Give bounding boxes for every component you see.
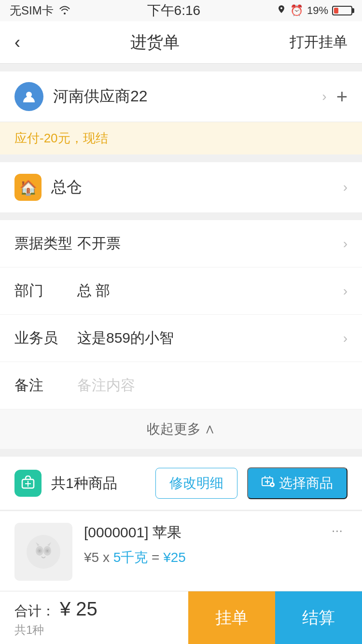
equals: =	[152, 550, 163, 565]
back-button[interactable]: ‹	[14, 32, 20, 53]
divider-2	[0, 154, 362, 162]
open-pending-button[interactable]: 打开挂单	[290, 32, 348, 52]
product-thumbnail	[14, 523, 72, 581]
warehouse-arrow-icon: ›	[343, 180, 348, 195]
salesperson-value: 这是859的小智	[77, 328, 343, 348]
product-count-icon	[14, 470, 42, 497]
unit-price: ¥5 x	[84, 550, 113, 565]
total-section: 合计： ¥ 25 共1种	[0, 598, 188, 638]
warehouse-section[interactable]: 🏠 总仓 ›	[0, 162, 362, 212]
product-count-summary: 共1种	[14, 622, 174, 638]
select-product-button[interactable]: 选择商品	[247, 467, 348, 499]
edit-detail-button[interactable]: 修改明细	[155, 468, 237, 499]
collapse-row[interactable]: 收起更多 ∧	[0, 409, 362, 449]
battery-percent: 19%	[307, 4, 328, 17]
warehouse-icon: 🏠	[14, 174, 42, 201]
department-label: 部门	[14, 281, 72, 301]
supplier-avatar	[14, 82, 43, 111]
divider-4	[0, 449, 362, 457]
department-value: 总 部	[77, 281, 343, 301]
form-section: 票据类型 不开票 › 部门 总 部 › 业务员 这是859的小智 › 备注 备注…	[0, 220, 362, 409]
bottom-bar: 合计： ¥ 25 共1种 挂单 结算	[0, 591, 362, 644]
svg-point-0	[280, 7, 282, 9]
notice-bar: 应付-20元，现结	[0, 122, 362, 154]
product-header: 共1种商品 修改明细 选择商品	[0, 457, 362, 510]
hang-order-button[interactable]: 挂单	[188, 591, 275, 644]
svg-point-11	[27, 535, 60, 569]
select-product-label: 选择商品	[279, 474, 333, 492]
department-arrow: ›	[343, 283, 348, 299]
product-code: [0000001]	[84, 524, 153, 540]
battery-icon	[332, 6, 352, 15]
status-indicators: ⏰ 19%	[277, 4, 352, 17]
remark-label: 备注	[14, 376, 72, 395]
select-product-icon	[262, 476, 275, 491]
invoice-type-value: 不开票	[77, 234, 343, 253]
product-info: [0000001] 苹果 ¥5 x 5千克 = ¥25	[84, 523, 327, 567]
invoice-type-row[interactable]: 票据类型 不开票 ›	[0, 220, 362, 267]
nav-bar: ‹ 进货单 打开挂单	[0, 21, 362, 64]
total-amount: ¥ 25	[60, 598, 97, 620]
checkout-button[interactable]: 结算	[275, 591, 362, 644]
remark-placeholder: 备注内容	[77, 376, 348, 395]
product-price: ¥5 x 5千克 = ¥25	[84, 548, 327, 567]
salesperson-arrow: ›	[343, 331, 348, 346]
total-price: ¥25	[163, 550, 186, 565]
divider-1	[0, 64, 362, 71]
product-name: [0000001] 苹果	[84, 523, 327, 543]
warehouse-name: 总仓	[51, 177, 343, 198]
divider-5	[0, 510, 362, 510]
product-item: [0000001] 苹果 ¥5 x 5千克 = ¥25 ···	[0, 511, 362, 592]
location-icon	[277, 4, 286, 17]
supplier-arrow-icon: ›	[322, 89, 326, 104]
divider-3	[0, 212, 362, 220]
svg-point-17	[46, 550, 48, 552]
remark-row[interactable]: 备注 备注内容	[0, 362, 362, 409]
carrier-text: 无SIM卡	[10, 3, 54, 18]
svg-point-16	[39, 550, 41, 552]
collapse-label: 收起更多 ∧	[147, 420, 216, 438]
status-time: 下午6:16	[147, 1, 201, 20]
product-title: 苹果	[153, 524, 181, 540]
department-row[interactable]: 部门 总 部 ›	[0, 267, 362, 315]
total-label: 合计：	[14, 602, 55, 620]
status-bar: 无SIM卡 下午6:16 ⏰ 19%	[0, 0, 362, 21]
supplier-name[interactable]: 河南供应商22	[53, 86, 322, 107]
salesperson-row[interactable]: 业务员 这是859的小智 ›	[0, 315, 362, 362]
product-more-button[interactable]: ···	[327, 523, 348, 538]
salesperson-label: 业务员	[14, 328, 72, 348]
status-carrier: 无SIM卡	[10, 3, 71, 18]
supplier-section: 河南供应商22 › +	[0, 71, 362, 122]
page-title: 进货单	[130, 31, 180, 54]
wifi-icon	[58, 4, 71, 17]
invoice-type-arrow: ›	[343, 236, 348, 252]
add-supplier-button[interactable]: +	[336, 86, 348, 108]
alarm-icon: ⏰	[290, 4, 303, 17]
product-count-text: 共1种商品	[51, 474, 146, 493]
invoice-type-label: 票据类型	[14, 234, 72, 253]
quantity: 5千克	[113, 550, 148, 565]
